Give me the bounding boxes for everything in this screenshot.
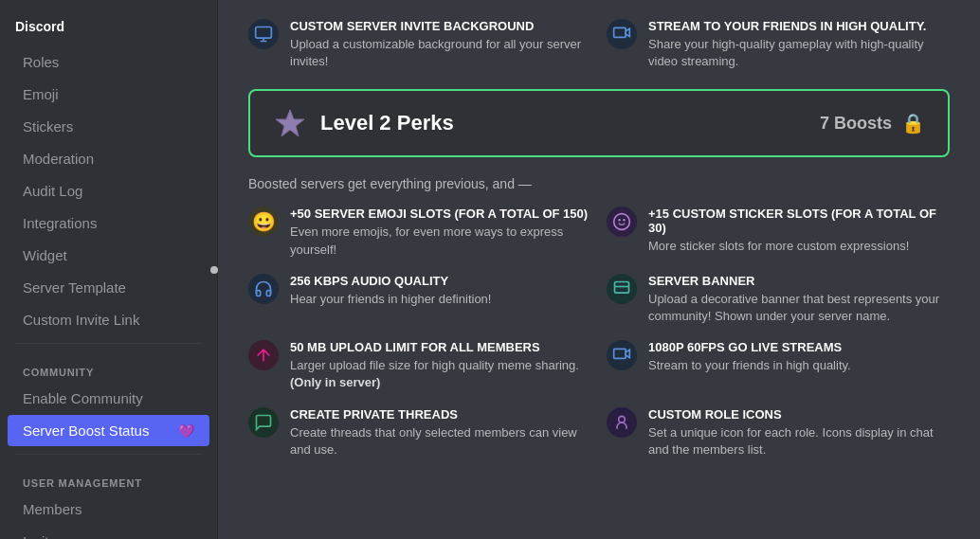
sidebar-item-server-template[interactable]: Server Template [8, 272, 209, 303]
perk-title: STREAM TO YOUR FRIENDS IN HIGH QUALITY. [648, 19, 950, 33]
sidebar-item-label: Invites [23, 533, 64, 539]
perk-content: +50 SERVER EMOJI SLOTS (FOR A TOTAL OF 1… [290, 207, 591, 258]
perk-item: CUSTOM SERVER INVITE BACKGROUND Upload a… [248, 19, 591, 70]
perk-content: CUSTOM ROLE ICONS Set a unique icon for … [648, 407, 950, 458]
sidebar-item-widget[interactable]: Widget [8, 240, 209, 271]
perk-title: +15 CUSTOM STICKER SLOTS (FOR A TOTAL OF… [648, 207, 950, 235]
sidebar-item-integrations[interactable]: Integrations [8, 207, 209, 239]
perk-content: STREAM TO YOUR FRIENDS IN HIGH QUALITY. … [648, 19, 950, 70]
boosted-text: Boosted servers get everything previous,… [248, 176, 950, 191]
sidebar-item-members[interactable]: Members [8, 494, 209, 525]
boost-icon: 💜 [178, 423, 194, 439]
perk-icon-threads [248, 407, 279, 438]
level-banner: Level 2 Perks 7 Boosts 🔒 [248, 89, 950, 157]
perk-icon [248, 19, 279, 49]
sidebar-item-custom-invite-link[interactable]: Custom Invite Link [8, 304, 209, 335]
sidebar-item-roles[interactable]: Roles [8, 46, 209, 78]
perk-icon-golive [607, 340, 637, 370]
perk-item-go-live: 1080P 60FPS GO LIVE STREAMS Stream to yo… [607, 340, 950, 391]
perk-desc: More sticker slots for more custom expre… [648, 238, 950, 255]
sidebar-item-label: Moderation [23, 151, 94, 167]
perk-desc: Share your high-quality gameplay with hi… [648, 36, 950, 70]
perk-content: SERVER BANNER Upload a decorative banner… [648, 274, 950, 325]
level-banner-left: Level 2 Perks [273, 106, 454, 140]
sidebar-item-enable-community[interactable]: Enable Community [8, 383, 209, 414]
level-icon [273, 106, 307, 140]
perk-icon-audio [248, 274, 279, 304]
perk-item-emoji-slots: 😀 +50 SERVER EMOJI SLOTS (FOR A TOTAL OF… [248, 207, 591, 258]
svg-point-4 [618, 219, 621, 222]
perk-item-private-threads: CREATE PRIVATE THREADS Create threads th… [248, 407, 591, 458]
sidebar-item-invites[interactable]: Invites [8, 526, 209, 539]
main-content: CUSTOM SERVER INVITE BACKGROUND Upload a… [218, 0, 980, 539]
sidebar-item-label: Widget [23, 247, 67, 263]
sidebar-item-server-boost-status[interactable]: Server Boost Status 💜 [8, 415, 209, 446]
lock-icon: 🔒 [901, 112, 925, 135]
svg-point-5 [623, 219, 626, 222]
sidebar-divider [15, 343, 202, 344]
perk-item-role-icons: CUSTOM ROLE ICONS Set a unique icon for … [607, 407, 950, 458]
perk-desc: Create threads that only selected member… [290, 424, 591, 458]
perk-note: (Only in server) [290, 375, 380, 389]
svg-rect-0 [256, 27, 272, 39]
perk-item-upload-limit: 50 MB UPLOAD LIMIT FOR ALL MEMBERS Large… [248, 340, 591, 391]
perk-desc: Hear your friends in higher definition! [290, 291, 491, 308]
perk-title: 256 KBPS AUDIO QUALITY [290, 274, 491, 288]
discord-logo: Discord [0, 8, 217, 45]
perk-content: CREATE PRIVATE THREADS Create threads th… [290, 407, 591, 458]
sidebar-item-label: Audit Log [23, 183, 82, 199]
perk-item-audio-quality: 256 KBPS AUDIO QUALITY Hear your friends… [248, 274, 591, 325]
sidebar-item-label: Members [23, 501, 82, 517]
perk-icon-banner [607, 274, 637, 304]
perk-icon-roles [607, 407, 637, 438]
svg-marker-2 [276, 110, 304, 136]
level-title: Level 2 Perks [320, 111, 454, 135]
perk-desc: Set a unique icon for each role. Icons d… [648, 424, 950, 458]
user-management-section-label: USER MANAGEMENT [8, 462, 209, 493]
perk-icon-emoji: 😀 [248, 207, 279, 237]
community-section-label: COMMUNITY [8, 351, 209, 382]
perk-title: SERVER BANNER [648, 274, 950, 288]
sidebar: Discord Roles Emoji Stickers Moderation … [0, 0, 218, 539]
perk-desc: Larger upload file size for high quality… [290, 357, 591, 391]
perk-title: CREATE PRIVATE THREADS [290, 407, 591, 422]
svg-rect-7 [614, 349, 626, 358]
perk-item-sticker-slots: +15 CUSTOM STICKER SLOTS (FOR A TOTAL OF… [607, 207, 950, 258]
perks-grid: 😀 +50 SERVER EMOJI SLOTS (FOR A TOTAL OF… [248, 207, 950, 458]
sidebar-item-label: Roles [23, 54, 59, 70]
perk-icon-sticker [607, 207, 637, 237]
perk-desc: Upload a decorative banner that best rep… [648, 291, 950, 325]
perk-icon-upload [248, 340, 279, 370]
perk-content: CUSTOM SERVER INVITE BACKGROUND Upload a… [290, 19, 591, 70]
level-banner-right: 7 Boosts 🔒 [820, 112, 925, 135]
perk-content: 256 KBPS AUDIO QUALITY Hear your friends… [290, 274, 491, 308]
perk-icon [607, 19, 637, 49]
sidebar-item-label: Emoji [23, 86, 59, 102]
sidebar-item-stickers[interactable]: Stickers [8, 111, 209, 142]
sidebar-item-label: Server Template [23, 279, 126, 296]
perk-content: +15 CUSTOM STICKER SLOTS (FOR A TOTAL OF… [648, 207, 950, 255]
sidebar-item-emoji[interactable]: Emoji [8, 79, 209, 110]
perk-title: 1080P 60FPS GO LIVE STREAMS [648, 340, 851, 354]
perk-title: CUSTOM SERVER INVITE BACKGROUND [290, 19, 591, 33]
sidebar-item-label: Enable Community [23, 390, 143, 406]
sidebar-item-label: Integrations [23, 215, 97, 231]
perk-desc: Even more emojis, for even more ways to … [290, 224, 591, 258]
scroll-indicator [210, 266, 218, 274]
svg-point-3 [614, 214, 630, 230]
sidebar-item-label: Custom Invite Link [23, 312, 139, 328]
svg-point-8 [619, 416, 626, 422]
perk-item-server-banner: SERVER BANNER Upload a decorative banner… [607, 274, 950, 325]
sidebar-item-moderation[interactable]: Moderation [8, 143, 209, 174]
perk-title: +50 SERVER EMOJI SLOTS (FOR A TOTAL OF 1… [290, 207, 591, 221]
perk-title: CUSTOM ROLE ICONS [648, 407, 950, 422]
perk-desc: Stream to your friends in high quality. [648, 357, 851, 374]
boost-count: 7 Boosts [820, 114, 892, 134]
sidebar-item-label: Server Boost Status [23, 422, 149, 439]
perk-item: STREAM TO YOUR FRIENDS IN HIGH QUALITY. … [607, 19, 950, 70]
perk-content: 1080P 60FPS GO LIVE STREAMS Stream to yo… [648, 340, 851, 374]
sidebar-item-audit-log[interactable]: Audit Log [8, 175, 209, 207]
svg-rect-1 [614, 27, 626, 37]
top-perks-section: CUSTOM SERVER INVITE BACKGROUND Upload a… [248, 19, 950, 70]
perk-desc: Upload a customizable background for all… [290, 36, 591, 70]
